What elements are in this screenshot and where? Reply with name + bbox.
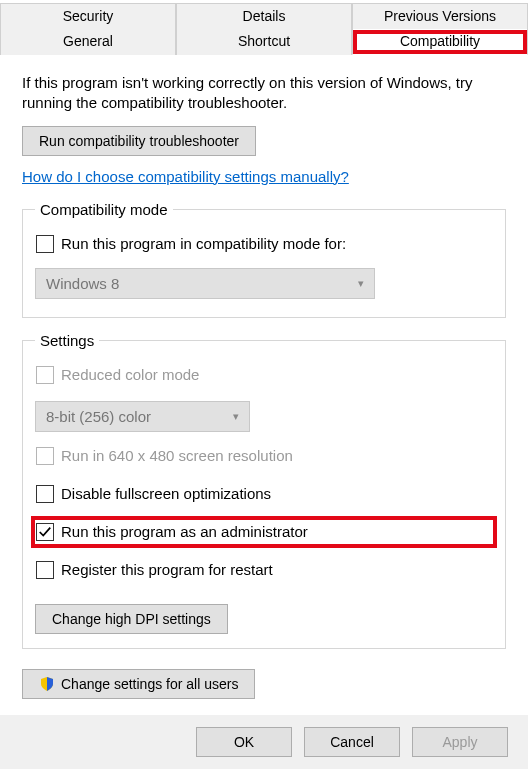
chevron-down-icon: ▾ — [358, 277, 364, 290]
dialog-footer: OK Cancel Apply — [0, 715, 528, 769]
reduced-color-row: Reduced color mode — [35, 363, 493, 387]
apply-button[interactable]: Apply — [412, 727, 508, 757]
tab-content: If this program isn't working correctly … — [0, 54, 528, 703]
shield-icon — [39, 676, 55, 692]
intro-text: If this program isn't working correctly … — [22, 73, 506, 114]
tab-compatibility[interactable]: Compatibility — [352, 29, 528, 55]
compatibility-mode-legend: Compatibility mode — [35, 201, 173, 218]
color-mode-select-value: 8-bit (256) color — [46, 408, 151, 425]
register-restart-label: Register this program for restart — [61, 561, 273, 578]
tab-general[interactable]: General — [0, 29, 176, 55]
change-all-users-label: Change settings for all users — [61, 676, 238, 692]
run-admin-row[interactable]: Run this program as an administrator — [35, 520, 493, 544]
run-admin-checkbox[interactable] — [36, 523, 54, 541]
cancel-button[interactable]: Cancel — [304, 727, 400, 757]
compat-mode-select-value: Windows 8 — [46, 275, 119, 292]
change-all-users-button[interactable]: Change settings for all users — [22, 669, 255, 699]
help-link[interactable]: How do I choose compatibility settings m… — [22, 168, 349, 185]
register-restart-row[interactable]: Register this program for restart — [35, 558, 493, 582]
low-res-row: Run in 640 x 480 screen resolution — [35, 444, 493, 468]
tab-strip: Security Details Previous Versions Gener… — [0, 0, 528, 55]
run-admin-label: Run this program as an administrator — [61, 523, 308, 540]
compat-mode-checkbox-row[interactable]: Run this program in compatibility mode f… — [35, 232, 493, 256]
register-restart-checkbox[interactable] — [36, 561, 54, 579]
tab-shortcut[interactable]: Shortcut — [176, 29, 352, 55]
tab-security[interactable]: Security — [0, 3, 176, 29]
tab-previous-versions[interactable]: Previous Versions — [352, 3, 528, 29]
compatibility-mode-group: Compatibility mode Run this program in c… — [22, 201, 506, 318]
compat-mode-label: Run this program in compatibility mode f… — [61, 235, 346, 252]
run-troubleshooter-button[interactable]: Run compatibility troubleshooter — [22, 126, 256, 156]
chevron-down-icon: ▾ — [233, 410, 239, 423]
compat-mode-checkbox[interactable] — [36, 235, 54, 253]
settings-group: Settings Reduced color mode 8-bit (256) … — [22, 332, 506, 649]
low-res-checkbox — [36, 447, 54, 465]
low-res-label: Run in 640 x 480 screen resolution — [61, 447, 293, 464]
color-mode-select: 8-bit (256) color ▾ — [35, 401, 250, 432]
settings-legend: Settings — [35, 332, 99, 349]
reduced-color-label: Reduced color mode — [61, 366, 199, 383]
disable-fullscreen-label: Disable fullscreen optimizations — [61, 485, 271, 502]
disable-fullscreen-checkbox[interactable] — [36, 485, 54, 503]
tab-details[interactable]: Details — [176, 3, 352, 29]
reduced-color-checkbox — [36, 366, 54, 384]
ok-button[interactable]: OK — [196, 727, 292, 757]
compat-mode-select[interactable]: Windows 8 ▾ — [35, 268, 375, 299]
disable-fullscreen-row[interactable]: Disable fullscreen optimizations — [35, 482, 493, 506]
change-high-dpi-button[interactable]: Change high DPI settings — [35, 604, 228, 634]
